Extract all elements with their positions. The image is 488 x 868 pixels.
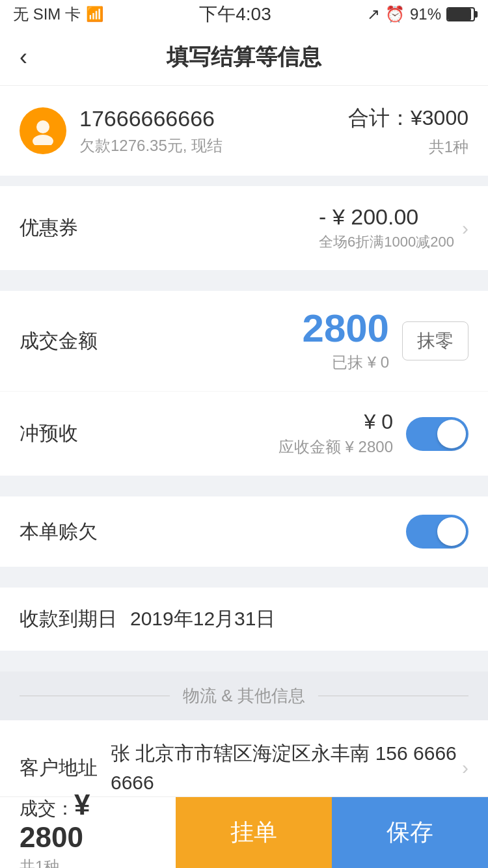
alarm-icon: ⏰ [385, 5, 405, 23]
prepaid-row: 冲预收 ¥ 0 应收金额 ¥ 2800 [0, 392, 488, 476]
status-time: 下午4:03 [199, 2, 271, 27]
coupon-label: 优惠券 [20, 215, 78, 241]
address-chevron-icon: › [462, 757, 468, 779]
location-icon: ↗ [367, 5, 380, 23]
deal-amount-row: 成交金额 2800 已抹 ¥ 0 抹零 [0, 291, 488, 392]
prepaid-right: ¥ 0 应收金额 ¥ 2800 [278, 410, 468, 457]
customer-debt: 欠款1276.35元, 现结 [79, 135, 348, 156]
address-label: 客户地址 [20, 755, 98, 781]
deal-amount-value: 2800 [303, 309, 389, 348]
battery-icon [446, 7, 475, 21]
due-date-row: 收款到期日 2019年12月31日 [0, 588, 488, 651]
deal-amount-block: 2800 已抹 ¥ 0 抹零 [303, 309, 468, 373]
customer-info: 17666666666 欠款1276.35元, 现结 [79, 106, 348, 156]
own-debt-toggle-thumb [437, 517, 466, 546]
gap-3 [0, 577, 488, 588]
due-date-value: 2019年12月31日 [130, 606, 275, 632]
save-button[interactable]: 保存 [332, 797, 488, 869]
carrier-text: 无 SIM 卡 [13, 4, 81, 25]
divider-line-right [318, 696, 468, 696]
divider-line-left [20, 696, 170, 696]
svg-point-0 [36, 120, 49, 133]
gap-4 [0, 661, 488, 671]
customer-phone: 17666666666 [79, 106, 348, 131]
coupon-right: - ¥ 200.00 全场6折满1000减200 › [319, 204, 468, 252]
footer-count: 共1种 [20, 856, 156, 869]
total-label: 合计： [348, 106, 411, 129]
prepaid-toggle[interactable] [406, 417, 468, 451]
divider-section: 物流 & 其他信息 [0, 671, 488, 720]
wifi-icon: 📶 [86, 6, 103, 23]
prepaid-amount: ¥ 0 [278, 410, 393, 434]
prepaid-sub: 应收金额 ¥ 2800 [278, 437, 393, 457]
round-button[interactable]: 抹零 [402, 321, 468, 360]
due-date-label: 收款到期日 [20, 606, 117, 632]
gap-1 [0, 280, 488, 291]
footer-deal-label: 成交： [20, 798, 74, 819]
coupon-discount: - ¥ 200.00 [319, 204, 454, 230]
header: ‹ 填写结算等信息 [0, 29, 488, 86]
coupon-row[interactable]: 优惠券 - ¥ 200.00 全场6折满1000减200 › [0, 186, 488, 270]
status-left: 无 SIM 卡 📶 [13, 4, 103, 25]
customer-card: 17666666666 欠款1276.35元, 现结 合计：¥3000 共1种 [0, 86, 488, 176]
footer-info: 成交：¥ 2800 共1种 [0, 789, 176, 869]
gap-2 [0, 486, 488, 496]
coupon-desc: 全场6折满1000减200 [319, 232, 454, 252]
deal-amount-info: 2800 已抹 ¥ 0 [303, 309, 389, 373]
total-count: 共1种 [348, 137, 468, 157]
status-right: ↗ ⏰ 91% [367, 5, 475, 23]
toggle-thumb [437, 420, 466, 448]
deal-section: 成交金额 2800 已抹 ¥ 0 抹零 冲预收 ¥ 0 应收金额 ¥ 2800 [0, 291, 488, 476]
chevron-right-icon: › [462, 217, 468, 239]
avatar [20, 107, 66, 154]
own-debt-toggle[interactable] [406, 515, 468, 549]
back-button[interactable]: ‹ [20, 44, 27, 71]
page-title: 填写结算等信息 [167, 42, 321, 72]
deal-amount-sub: 已抹 ¥ 0 [303, 352, 389, 373]
battery-text: 91% [410, 5, 441, 23]
own-debt-label: 本单赊欠 [20, 519, 98, 545]
svg-point-1 [33, 135, 53, 145]
hang-button[interactable]: 挂单 [176, 797, 332, 869]
total-amount: 合计：¥3000 [348, 104, 468, 133]
footer: 成交：¥ 2800 共1种 挂单 保存 [0, 796, 488, 868]
prepaid-amount-block: ¥ 0 应收金额 ¥ 2800 [278, 410, 393, 457]
total-amount-value: ¥3000 [411, 106, 468, 129]
coupon-info: - ¥ 200.00 全场6折满1000减200 [319, 204, 454, 252]
prepaid-label: 冲预收 [20, 420, 78, 447]
customer-total: 合计：¥3000 共1种 [348, 104, 468, 157]
own-debt-row: 本单赊欠 [0, 496, 488, 567]
content: 17666666666 欠款1276.35元, 现结 合计：¥3000 共1种 … [0, 86, 488, 868]
footer-deal-line: 成交：¥ 2800 [20, 789, 156, 854]
divider-text: 物流 & 其他信息 [170, 685, 318, 707]
status-bar: 无 SIM 卡 📶 下午4:03 ↗ ⏰ 91% [0, 0, 488, 29]
deal-label: 成交金额 [20, 328, 98, 355]
